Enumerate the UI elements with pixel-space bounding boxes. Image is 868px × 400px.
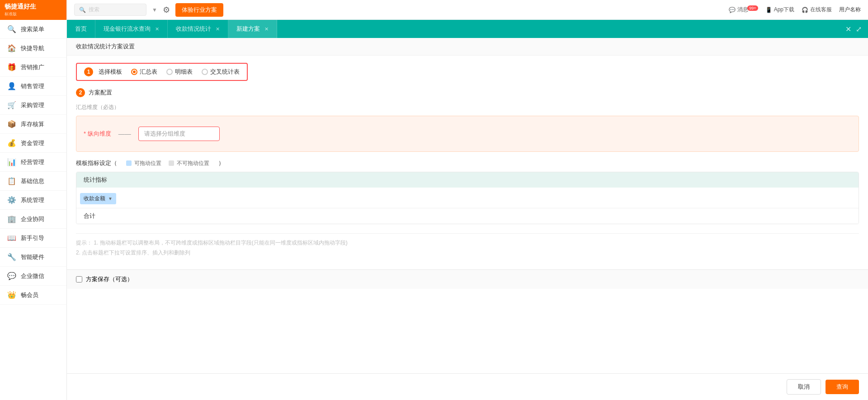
sidebar-item-purchase[interactable]: 🛒 采购管理 bbox=[0, 96, 66, 115]
metrics-header: 模板指标设定（ 可拖动位置 不可拖动位置 ） bbox=[76, 159, 859, 167]
sidebar-item-guide[interactable]: 📖 新手引导 bbox=[0, 229, 66, 248]
download-item[interactable]: 📱 App下载 bbox=[765, 6, 794, 14]
save-checkbox[interactable] bbox=[76, 276, 82, 282]
sidebar-item-system[interactable]: ⚙️ 系统管理 bbox=[0, 191, 66, 210]
metrics-table-header: 统计指标 bbox=[76, 172, 859, 188]
metrics-col-row: 收款金额 ▼ bbox=[76, 188, 859, 208]
sidebar-item-label: 畅会员 bbox=[21, 291, 38, 299]
metrics-section: 模板指标设定（ 可拖动位置 不可拖动位置 ） bbox=[76, 159, 859, 224]
sidebar-item-inventory[interactable]: 📦 库存核算 bbox=[0, 115, 66, 134]
sidebar-item-finance[interactable]: 💰 资金管理 bbox=[0, 134, 66, 153]
legend-gray-dot bbox=[169, 160, 174, 166]
metrics-title: 模板指标设定（ bbox=[76, 159, 117, 167]
logo-text: 畅捷通好生 bbox=[5, 3, 36, 11]
sidebar-item-label: 搜索菜单 bbox=[21, 25, 44, 33]
save-label: 方案保存（可选） bbox=[86, 275, 133, 283]
sidebar-item-label: 库存核算 bbox=[21, 120, 44, 128]
tab-receipt-stats[interactable]: 收款情况统计 ✕ bbox=[168, 20, 228, 38]
tab-bar: 首页 现金银行流水查询 ✕ 收款情况统计 ✕ 新建方案 ✕ ✕ ⤢ bbox=[67, 20, 868, 38]
sidebar-item-operations[interactable]: 📊 经营管理 bbox=[0, 153, 66, 172]
sidebar-item-sales[interactable]: 👤 销售管理 bbox=[0, 77, 66, 96]
tab-bank-flow[interactable]: 现金银行流水查询 ✕ bbox=[95, 20, 168, 38]
radio-dot-summary bbox=[131, 69, 137, 75]
save-section: 方案保存（可选） bbox=[67, 269, 868, 289]
row-label: * 纵向维度 bbox=[84, 130, 111, 138]
sidebar-item-search-menu[interactable]: 🔍 搜索菜单 bbox=[0, 20, 66, 39]
header: 🔍 搜索 ▼ ⚙ 体验行业方案 💬 消息 99+ 📱 App下载 🎧 在线客服 … bbox=[67, 0, 868, 20]
sidebar-item-basic-info[interactable]: 📋 基础信息 bbox=[0, 172, 66, 191]
metrics-col-item[interactable]: 收款金额 ▼ bbox=[80, 193, 116, 204]
notification-label: 消息 bbox=[737, 6, 748, 14]
chat-icon: 💬 bbox=[7, 272, 16, 280]
sidebar-item-wechat[interactable]: 💬 企业微信 bbox=[0, 267, 66, 286]
sidebar-item-member[interactable]: 👑 畅会员 bbox=[0, 286, 66, 305]
cancel-button[interactable]: 取消 bbox=[787, 379, 821, 395]
form-section: 1 选择模板 汇总表 明细表 bbox=[67, 56, 868, 269]
radio-detail[interactable]: 明细表 bbox=[166, 68, 193, 76]
template-radio-group: 汇总表 明细表 交叉统计表 bbox=[131, 68, 240, 76]
home-icon: 🏠 bbox=[7, 44, 16, 52]
chart-icon: 📊 bbox=[7, 158, 16, 166]
radio-summary[interactable]: 汇总表 bbox=[131, 68, 157, 76]
download-icon: 📱 bbox=[765, 7, 772, 13]
dimension-grid: * 纵向维度 —— 请选择分组维度 bbox=[76, 116, 859, 152]
tab-bar-controls: ✕ ⤢ bbox=[845, 25, 868, 33]
sidebar-item-quick-nav[interactable]: 🏠 快捷导航 bbox=[0, 39, 66, 58]
crown-icon: 👑 bbox=[7, 291, 16, 299]
sidebar-item-label: 经营管理 bbox=[21, 158, 44, 166]
search-menu-icon: 🔍 bbox=[7, 25, 16, 33]
user-icon: 👤 bbox=[7, 82, 16, 90]
gift-icon: 🎁 bbox=[7, 63, 16, 71]
user-name: 用户名称 bbox=[839, 6, 861, 14]
query-button[interactable]: 查询 bbox=[826, 380, 859, 394]
header-actions: 💬 消息 99+ 📱 App下载 🎧 在线客服 用户名称 bbox=[729, 6, 861, 14]
download-label: App下载 bbox=[774, 6, 794, 14]
box-icon: 📦 bbox=[7, 120, 16, 128]
footer-buttons: 取消 查询 bbox=[67, 373, 868, 400]
dimension-title: 汇总维度（必选） bbox=[76, 104, 859, 111]
sidebar-item-label: 营销推广 bbox=[21, 63, 44, 71]
sidebar-item-label: 系统管理 bbox=[21, 196, 44, 204]
main-area: 🔍 搜索 ▼ ⚙ 体验行业方案 💬 消息 99+ 📱 App下载 🎧 在线客服 … bbox=[67, 0, 868, 400]
radio-dot-detail bbox=[166, 69, 173, 75]
sidebar-item-enterprise[interactable]: 🏢 企业协同 bbox=[0, 210, 66, 229]
step2-badge: 2 bbox=[76, 88, 85, 97]
legend-blue-dot bbox=[126, 160, 132, 166]
content-area: 收款情况统计方案设置 1 选择模板 汇总表 bbox=[67, 38, 868, 373]
service-icon: 🎧 bbox=[802, 7, 808, 13]
clipboard-icon: 📋 bbox=[7, 177, 16, 185]
industry-btn[interactable]: 体验行业方案 bbox=[175, 3, 223, 17]
step2-label: 方案配置 bbox=[89, 89, 112, 97]
dimension-select[interactable]: 请选择分组维度 bbox=[138, 127, 220, 141]
search-box[interactable]: 🔍 搜索 bbox=[74, 4, 146, 16]
tab-close-btn[interactable]: ✕ bbox=[845, 25, 851, 33]
radio-cross[interactable]: 交叉统计表 bbox=[202, 68, 240, 76]
metrics-sub-row: 合计 bbox=[76, 208, 859, 224]
tab-new-plan[interactable]: 新建方案 ✕ bbox=[228, 20, 277, 38]
service-item[interactable]: 🎧 在线客服 bbox=[802, 6, 832, 14]
notification-item[interactable]: 💬 消息 99+ bbox=[729, 6, 758, 14]
book-icon: 📖 bbox=[7, 234, 16, 242]
radio-dot-cross bbox=[202, 69, 208, 75]
settings-button[interactable]: ⚙ bbox=[163, 5, 170, 15]
dropdown-arrow-icon: ▼ bbox=[152, 7, 157, 13]
sidebar: 畅捷通好生 标准版 🔍 搜索菜单 🏠 快捷导航 🎁 营销推广 👤 销售管理 🛒 … bbox=[0, 0, 67, 400]
page-content: 收款情况统计方案设置 1 选择模板 汇总表 bbox=[67, 38, 868, 373]
sidebar-item-label: 企业微信 bbox=[21, 272, 44, 280]
metrics-legend: 可拖动位置 不可拖动位置 bbox=[126, 160, 209, 167]
tab-close-bank-flow[interactable]: ✕ bbox=[155, 26, 159, 32]
service-label: 在线客服 bbox=[810, 6, 832, 14]
search-icon: 🔍 bbox=[79, 7, 86, 13]
sidebar-item-label: 企业协同 bbox=[21, 215, 44, 223]
tab-home[interactable]: 首页 bbox=[67, 20, 95, 38]
sidebar-item-marketing[interactable]: 🎁 营销推广 bbox=[0, 58, 66, 77]
sidebar-item-label: 新手引导 bbox=[21, 234, 44, 242]
legend-non-draggable: 不可拖动位置 bbox=[169, 160, 209, 167]
tab-close-new-plan[interactable]: ✕ bbox=[264, 26, 269, 32]
sidebar-item-label: 资金管理 bbox=[21, 139, 44, 147]
tip-1: 提示： 1. 拖动标题栏可以调整布局，不可跨维度或指标区域拖动栏目字段(只能在同… bbox=[76, 238, 859, 248]
message-icon: 💬 bbox=[729, 7, 736, 13]
tab-close-receipt-stats[interactable]: ✕ bbox=[216, 26, 220, 32]
tab-expand-btn[interactable]: ⤢ bbox=[856, 25, 862, 33]
sidebar-item-hardware[interactable]: 🔧 智能硬件 bbox=[0, 248, 66, 267]
